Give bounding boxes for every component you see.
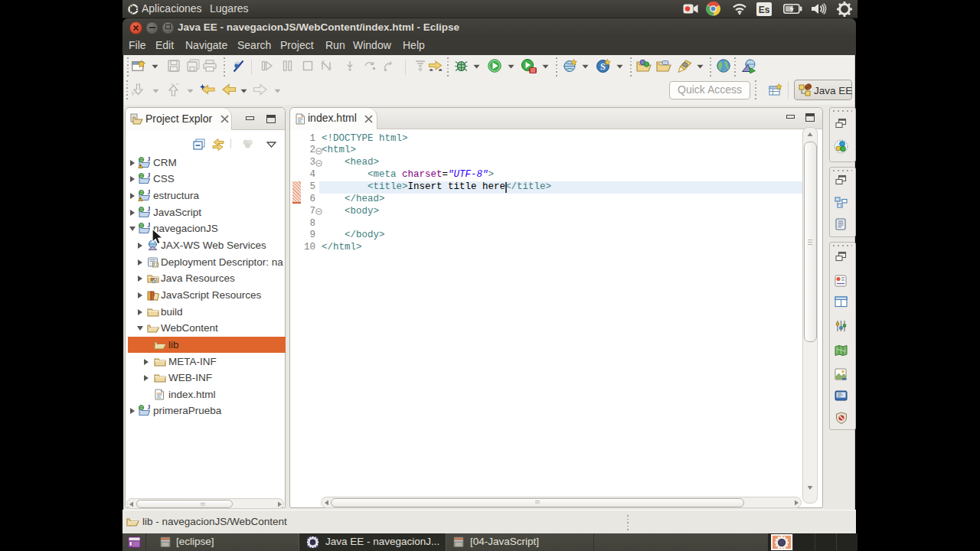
svg-text:J: J — [147, 405, 150, 411]
svg-text:J: J — [147, 157, 150, 163]
svg-text:J: J — [147, 223, 150, 229]
svg-text:J: J — [147, 207, 150, 213]
svg-text:J: J — [147, 173, 150, 179]
svg-text:3.0: 3.0 — [152, 262, 158, 267]
svg-text:J: J — [147, 190, 150, 196]
svg-text:S: S — [600, 61, 606, 72]
svg-text:Es: Es — [759, 5, 770, 15]
